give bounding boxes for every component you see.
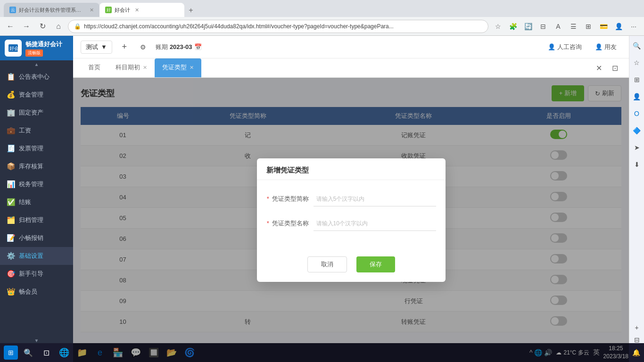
rp-star-icon[interactable]: ☆ [631, 57, 643, 69]
required-indicator: * [267, 195, 269, 202]
name-input[interactable] [314, 216, 436, 231]
sidebar-item-report[interactable]: 📝 小畅报销 [0, 229, 73, 247]
rp-send-icon[interactable]: ➤ [631, 141, 643, 154]
logo-icon: 好会计 [5, 40, 22, 57]
sync-icon[interactable]: 🔄 [521, 20, 535, 33]
home-button[interactable]: ⌂ [52, 20, 65, 33]
address-text: https://cloud2.chanjet.com/accounting/uh… [84, 23, 482, 30]
start-button[interactable]: ⊞ [4, 346, 18, 360]
user-button[interactable]: 👤 用友 [590, 41, 621, 53]
sidebar-item-inventory[interactable]: 📦 库存核算 [0, 157, 73, 175]
modal-title: 新增凭证类型 [266, 166, 309, 174]
settings-gear-icon[interactable]: ⚙ [137, 41, 150, 54]
sidebar-item-tax[interactable]: 📊 税务管理 [0, 175, 73, 193]
tab1-close[interactable]: ✕ [90, 7, 94, 13]
modal-overlay: 新增凭证类型 * 凭证类型简称 * [73, 78, 629, 362]
sidebar-item-fixed-asset[interactable]: 🏢 固定资产 [0, 104, 73, 122]
sidebar-scroll-up[interactable]: ▲ [0, 60, 73, 68]
reload-button[interactable]: ↻ [36, 20, 49, 33]
user-avatar-icon: 👤 [595, 43, 603, 50]
logo-badge: 流畅版 [25, 49, 43, 57]
windows-icon: ⊞ [8, 349, 14, 356]
app-header: 测试 ▼ + ⚙ 账期 2023-03 📅 👤 人工咨询 👤 用友 [73, 36, 629, 58]
browser-toolbar: ← → ↻ ⌂ 🔒 https://cloud2.chanjet.com/acc… [0, 17, 644, 36]
calendar-icon[interactable]: 📅 [194, 43, 202, 50]
tab-subject[interactable]: 科目期初 ✕ [108, 58, 155, 77]
sidebar-item-fund[interactable]: 💰 资金管理 [0, 86, 73, 104]
extensions-icon[interactable]: 🧩 [506, 20, 520, 33]
sidebar: 好会计 畅捷通好会计 流畅版 ▲ 📋 公告表中心 💰 资金管理 🏢 固定资产 [0, 36, 73, 362]
notification-icon[interactable]: 🔔 [632, 349, 640, 356]
sidebar-item-archive[interactable]: 🗂️ 归档管理 [0, 211, 73, 229]
abbr-label-text: 凭证类型简称 [272, 195, 309, 202]
sidebar-logo: 好会计 畅捷通好会计 流畅版 [0, 36, 73, 60]
split-view-icon[interactable]: ⊟ [537, 20, 550, 33]
invoice-icon: 🧾 [7, 144, 15, 153]
browser-tab-2[interactable]: 好 好会计 ✕ [99, 3, 184, 17]
taskbar-search[interactable]: 🔍 [21, 345, 36, 360]
chrome-icon: 🌐 [59, 347, 69, 358]
tab2-close[interactable]: ✕ [135, 7, 139, 13]
content-area: 凭证类型 + 新增 ↻ 刷新 编号 凭证类型简称 [73, 78, 629, 362]
taskbar-taskview[interactable]: ⊡ [39, 345, 54, 360]
font-size-icon[interactable]: A [552, 20, 565, 33]
consult-button[interactable]: 👤 人工咨询 [543, 41, 586, 53]
sidebar-item-salary[interactable]: 💼 工资 [0, 122, 73, 140]
salary-label: 工资 [19, 126, 31, 135]
workspace-dropdown-icon: ▼ [101, 43, 107, 50]
sidebar-item-settings[interactable]: ⚙️ 基础设置 [0, 247, 73, 265]
add-workspace-button[interactable]: + [118, 41, 131, 54]
tab-voucher-close[interactable]: ✕ [190, 65, 194, 71]
rp-outlook-icon[interactable]: O [631, 107, 643, 120]
lock-icon: 🔒 [74, 23, 81, 30]
tab-home-label: 首页 [88, 63, 100, 72]
task-view-icon: ⊡ [43, 348, 50, 357]
sidebar-item-announcement[interactable]: 📋 公告表中心 [0, 68, 73, 86]
rp-teams-icon[interactable]: 🔷 [631, 124, 643, 137]
rp-plus-icon[interactable]: + [631, 321, 643, 334]
more-icon[interactable]: ··· [627, 20, 640, 33]
tab-subject-close[interactable]: ✕ [143, 65, 147, 71]
abbr-input[interactable] [314, 191, 436, 206]
tab-maximize-icon[interactable]: ⊡ [608, 61, 621, 74]
workspace-selector[interactable]: 测试 ▼ [81, 41, 112, 54]
profile-icon[interactable]: 👤 [612, 20, 625, 33]
tab1-favicon: 云 [9, 7, 16, 13]
tab-bar-actions: ✕ ⊡ [592, 61, 621, 74]
logo-text-area: 畅捷通好会计 流畅版 [25, 40, 62, 57]
browser-tab-1[interactable]: 云 好会计云财务软件管理系统_会计 ✕ [4, 3, 99, 17]
back-button[interactable]: ← [4, 20, 17, 33]
modal-footer: 取消 保存 [257, 252, 446, 282]
settings-icon: ⚙️ [7, 252, 15, 260]
tab-home[interactable]: 首页 [81, 58, 108, 77]
new-tab-button[interactable]: + [184, 4, 198, 17]
tab-voucher-type[interactable]: 凭证类型 ✕ [155, 58, 201, 77]
report-icon: 📝 [7, 234, 15, 242]
tab2-label: 好会计 [115, 7, 130, 14]
rp-user-icon[interactable]: 👤 [631, 90, 643, 103]
bookmark-star-icon[interactable]: ☆ [491, 20, 504, 33]
sidebar-item-invoice[interactable]: 🧾 发票管理 [0, 140, 73, 157]
wallet-icon[interactable]: 💳 [597, 20, 610, 33]
collections-icon[interactable]: ⊞ [582, 20, 595, 33]
sidebar-item-settle[interactable]: ✅ 结账 [0, 193, 73, 211]
tab1-label: 好会计云财务软件管理系统_会计 [19, 7, 85, 14]
save-button[interactable]: 保存 [356, 256, 395, 272]
announcement-icon: 📋 [7, 73, 15, 81]
user-label: 用友 [604, 43, 617, 51]
cancel-button[interactable]: 取消 [307, 256, 347, 272]
forward-button[interactable]: → [20, 20, 33, 33]
fixed-asset-icon: 🏢 [7, 108, 15, 117]
period-label: 账期 [156, 43, 168, 51]
sidebar-item-guide[interactable]: 🎯 新手引导 [0, 265, 73, 283]
browser-tabs: 云 好会计云财务软件管理系统_会计 ✕ 好 好会计 ✕ + [0, 0, 644, 17]
rp-download-icon[interactable]: ⬇ [631, 158, 643, 171]
tab-close-window-icon[interactable]: ✕ [592, 61, 605, 74]
rp-search-icon[interactable]: 🔍 [631, 40, 643, 52]
taskbar-chrome[interactable]: 🌐 [57, 345, 72, 360]
reading-view-icon[interactable]: ☰ [567, 20, 580, 33]
sidebar-menu: 📋 公告表中心 💰 资金管理 🏢 固定资产 💼 工资 🧾 发票管理 📦 [0, 68, 73, 337]
sidebar-item-member[interactable]: 👑 畅会员 [0, 283, 73, 301]
address-bar[interactable]: 🔒 https://cloud2.chanjet.com/accounting/… [68, 20, 488, 33]
rp-grid-icon[interactable]: ⊞ [631, 74, 643, 86]
